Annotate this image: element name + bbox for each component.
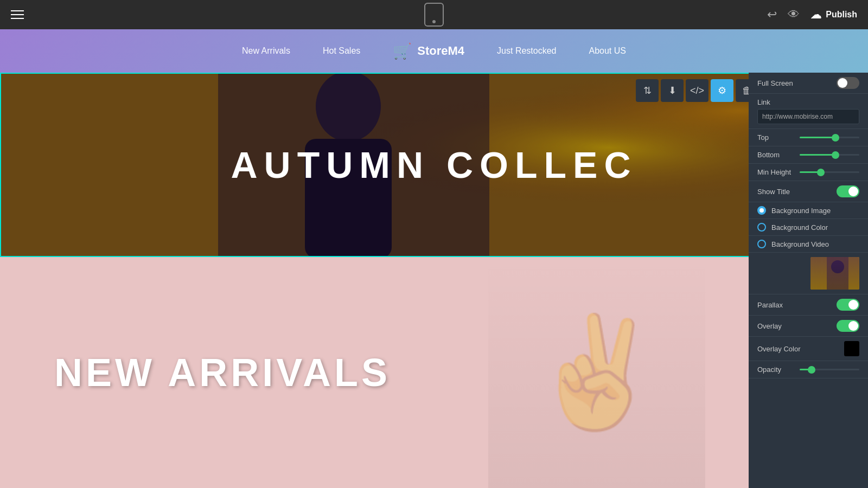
hero-title: AUTUMN COLLEC — [231, 144, 637, 186]
svg-point-8 — [831, 260, 844, 273]
opacity-slider-thumb[interactable] — [808, 366, 815, 374]
top-slider-thumb[interactable] — [832, 134, 839, 142]
figure-area: ✌ — [488, 257, 705, 488]
hamburger-icon[interactable] — [11, 10, 24, 19]
bg-image-label: Background Image — [771, 207, 831, 215]
bottom-slider-row: Bottom — [749, 146, 868, 164]
preview-icon[interactable]: 👁 — [788, 8, 800, 22]
parallax-row: Parallax — [749, 294, 868, 316]
main-content: AUTUMN COLLEC ⇅ ⬇ </> ⚙ 🗑 ✌ NEW ARRIVALS… — [0, 73, 868, 488]
thumb-svg — [810, 257, 859, 290]
cart-icon: 🛒 — [393, 42, 412, 60]
show-title-label: Show Title — [757, 188, 790, 196]
bottom-slider-fill — [800, 154, 835, 156]
toolbar-center — [424, 3, 444, 27]
nav-bar: New Arrivals Hot Sales 🛒 StoreM4 Just Re… — [0, 29, 868, 73]
nav-link-new-arrivals[interactable]: New Arrivals — [242, 46, 290, 56]
download-tool-button[interactable]: ⬇ — [661, 79, 684, 102]
opacity-label: Opacity — [757, 365, 795, 374]
new-arrivals-title: NEW ARRIVALS — [54, 350, 391, 395]
bottom-slider-thumb[interactable] — [832, 151, 839, 159]
code-tool-button[interactable]: </> — [686, 79, 709, 102]
svg-rect-7 — [827, 257, 848, 290]
svg-rect-6 — [810, 257, 859, 290]
link-row: Link — [749, 94, 868, 129]
settings-panel: Full Screen Link Top Bottom Min He — [749, 73, 868, 488]
phone-device-icon[interactable] — [424, 3, 444, 27]
opacity-slider-track[interactable] — [800, 369, 859, 370]
thumbnail-row — [749, 253, 868, 294]
fullscreen-row: Full Screen — [749, 73, 868, 94]
min-height-label: Min Height — [757, 168, 795, 176]
new-arrivals-section: ✌ NEW ARRIVALS — [0, 257, 868, 488]
bg-color-radio[interactable] — [757, 223, 766, 232]
publish-button[interactable]: ☁ Publish — [810, 8, 857, 21]
top-slider-track[interactable] — [800, 137, 859, 138]
bg-color-label: Background Color — [771, 223, 828, 232]
parallax-toggle[interactable] — [837, 299, 859, 311]
nav-link-hot-sales[interactable]: Hot Sales — [323, 46, 360, 56]
fullscreen-toggle[interactable] — [837, 77, 859, 89]
bg-image-radio-row[interactable]: Background Image — [749, 202, 868, 219]
logo-text: StoreM4 — [417, 44, 464, 58]
top-slider-row: Top — [749, 129, 868, 146]
nav-link-about-us[interactable]: About US — [589, 46, 626, 56]
min-height-slider-thumb[interactable] — [817, 169, 825, 176]
min-height-slider-row: Min Height — [749, 164, 868, 181]
bg-video-radio[interactable] — [757, 240, 766, 248]
cloud-icon: ☁ — [810, 8, 821, 21]
bg-color-radio-row[interactable]: Background Color — [749, 219, 868, 236]
bottom-label: Bottom — [757, 151, 795, 159]
show-title-toggle[interactable] — [837, 185, 859, 197]
sort-tool-button[interactable]: ⇅ — [636, 79, 659, 102]
top-slider-fill — [800, 137, 835, 138]
toolbar-right: ↩ 👁 ☁ Publish — [767, 8, 857, 22]
fullscreen-label: Full Screen — [757, 79, 793, 87]
show-title-row: Show Title — [749, 181, 868, 202]
toolbar-left — [11, 10, 24, 19]
bottom-slider-track[interactable] — [800, 154, 859, 156]
nav-logo: 🛒 StoreM4 — [393, 42, 464, 60]
hero-section: AUTUMN COLLEC ⇅ ⬇ </> ⚙ 🗑 — [0, 73, 868, 257]
overlay-color-row: Overlay Color — [749, 337, 868, 361]
overlay-row: Overlay — [749, 316, 868, 337]
link-label: Link — [757, 98, 859, 106]
overlay-color-swatch[interactable] — [844, 341, 859, 356]
link-input[interactable] — [757, 109, 859, 124]
top-label: Top — [757, 133, 795, 142]
min-height-slider-track[interactable] — [800, 171, 859, 173]
undo-icon[interactable]: ↩ — [767, 8, 777, 22]
overlay-toggle[interactable] — [837, 320, 859, 332]
overlay-color-label: Overlay Color — [757, 345, 800, 353]
top-toolbar: ↩ 👁 ☁ Publish — [0, 0, 868, 29]
bg-image-radio[interactable] — [757, 206, 766, 215]
parallax-label: Parallax — [757, 301, 783, 309]
opacity-slider-row: Opacity — [749, 361, 868, 378]
publish-label: Publish — [826, 10, 857, 20]
bg-video-label: Background Video — [771, 240, 829, 248]
hero-toolbar: ⇅ ⬇ </> ⚙ 🗑 — [636, 79, 758, 102]
bg-thumbnail[interactable] — [810, 257, 859, 290]
bg-video-radio-row[interactable]: Background Video — [749, 236, 868, 253]
nav-link-just-restocked[interactable]: Just Restocked — [497, 46, 556, 56]
settings-tool-button[interactable]: ⚙ — [711, 79, 733, 102]
overlay-label: Overlay — [757, 322, 782, 330]
skeleton-hand-icon: ✌ — [529, 309, 665, 436]
